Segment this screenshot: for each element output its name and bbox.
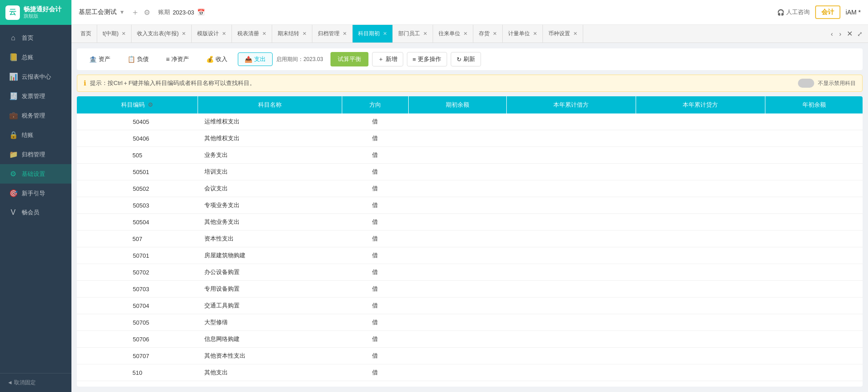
- tab-close-icon[interactable]: ✕: [343, 31, 347, 37]
- tab-close-icon[interactable]: ✕: [423, 31, 427, 37]
- tab-close-icon[interactable]: ✕: [463, 31, 467, 37]
- org-selector[interactable]: 基层工会测试 ▼: [79, 8, 125, 16]
- tab-currency[interactable]: 币种设置✕: [543, 25, 583, 43]
- table-row[interactable]: 50707 其他资本性支出 借: [77, 348, 863, 364]
- tab-scroll-left[interactable]: ‹: [828, 28, 836, 39]
- balance-button[interactable]: 试算平衡: [330, 52, 368, 66]
- calendar-icon: 📅: [197, 9, 205, 16]
- close-all-tabs-button[interactable]: ✕: [845, 28, 854, 40]
- tab-period[interactable]: t(中期)✕: [97, 25, 132, 43]
- period-selector[interactable]: 账期 2023-03 📅: [158, 8, 205, 16]
- tab-tax[interactable]: 税表清册✕: [232, 25, 272, 43]
- cell-direction: 借: [342, 331, 408, 348]
- refresh-button[interactable]: ↻ 刷新: [451, 52, 481, 66]
- accounts-table-wrap[interactable]: 科目编码 ⚙ 科目名称 方向 期初余额 本年累计借方 本年累计贷方 年初余额 5…: [77, 96, 863, 387]
- cell-ytd-credit: [636, 197, 765, 214]
- close-icon: 🔒: [9, 131, 17, 139]
- support-button[interactable]: 🎧 人工咨询: [777, 8, 810, 16]
- cell-name: 办公设备购置: [198, 264, 342, 281]
- table-row[interactable]: 507 资本性支出 借: [77, 231, 863, 247]
- invoice-icon: 🧾: [9, 92, 17, 100]
- sidebar-item-archive[interactable]: 📁归档管理: [0, 145, 71, 164]
- sidebar-item-ledger[interactable]: 📒总账: [0, 47, 71, 67]
- table-row[interactable]: 50701 房屋建筑物购建 借: [77, 247, 863, 264]
- cell-year-open: [765, 231, 863, 247]
- sidebar-item-label: 税务管理: [22, 112, 45, 120]
- table-row[interactable]: 50704 交通工具购置 借: [77, 298, 863, 314]
- tab-close-icon[interactable]: ✕: [262, 31, 266, 37]
- cell-opening: [408, 130, 506, 147]
- tab-measure[interactable]: 计量单位✕: [503, 25, 543, 43]
- table-row[interactable]: 50501 培训支出 借: [77, 164, 863, 180]
- logo-icon: 云: [5, 5, 20, 20]
- add-button[interactable]: ＋ + 新增 新增: [372, 52, 403, 66]
- filter-tab-asset[interactable]: 🏦资产: [82, 52, 117, 66]
- col-code-settings-icon[interactable]: ⚙: [148, 101, 153, 108]
- tab-close-icon[interactable]: ✕: [383, 31, 387, 37]
- table-row[interactable]: 50503 专项业务支出 借: [77, 197, 863, 214]
- tab-close-icon[interactable]: ✕: [122, 31, 126, 37]
- table-row[interactable]: 50406 其他维权支出 借: [77, 130, 863, 147]
- sidebar-item-member[interactable]: V畅会员: [0, 203, 71, 222]
- tab-yearend[interactable]: 期末结转✕: [272, 25, 312, 43]
- cell-direction: 借: [342, 180, 408, 197]
- table-row[interactable]: 50405 运维维权支出 借: [77, 113, 863, 130]
- table-row[interactable]: 510 其他支出 借: [77, 364, 863, 381]
- table-row[interactable]: 50705 大型修缮 借: [77, 314, 863, 331]
- table-row[interactable]: 50702 办公设备购置 借: [77, 264, 863, 281]
- tab-close-icon[interactable]: ✕: [302, 31, 307, 37]
- sidebar-item-tax[interactable]: 💼税务管理: [0, 106, 71, 125]
- tab-close-icon[interactable]: ✕: [222, 31, 226, 37]
- tab-close-icon[interactable]: ✕: [493, 31, 497, 37]
- sidebar-item-close[interactable]: 🔒结账: [0, 125, 71, 145]
- accountant-button[interactable]: 会计: [815, 5, 840, 19]
- filter-tab-expenditure[interactable]: 📤支出: [238, 52, 273, 66]
- tab-template[interactable]: 模版设计✕: [192, 25, 232, 43]
- tab-unit[interactable]: 往来单位✕: [433, 25, 473, 43]
- more-button[interactable]: ≡ 更多操作: [407, 52, 448, 66]
- tab-scroll-right[interactable]: ›: [836, 28, 844, 39]
- sidebar-item-home[interactable]: ⌂首页: [0, 28, 71, 47]
- filter-tab-label: 支出: [254, 55, 266, 63]
- tab-inventory[interactable]: 存货✕: [473, 25, 503, 43]
- tab-close-icon[interactable]: ✕: [573, 31, 577, 37]
- filter-tab-net_asset[interactable]: ≡净资产: [159, 52, 196, 66]
- sidebar-item-invoice[interactable]: 🧾发票管理: [0, 86, 71, 106]
- tab-dept[interactable]: 部门员工✕: [393, 25, 433, 43]
- add-org-button[interactable]: ＋: [131, 7, 139, 18]
- cell-direction: 借: [342, 264, 408, 281]
- filter-tab-income[interactable]: 💰收入: [199, 52, 234, 66]
- tab-income[interactable]: 收入支出表(年报)✕: [132, 25, 192, 43]
- expand-button[interactable]: ⤢: [855, 28, 864, 39]
- tab-close-icon[interactable]: ✕: [182, 31, 186, 37]
- filter-tab-liability[interactable]: 📋负债: [121, 52, 156, 66]
- table-row[interactable]: 50504 其他业务支出 借: [77, 214, 863, 231]
- cell-code: 50707: [77, 348, 198, 364]
- sidebar-item-label: 结账: [22, 131, 33, 139]
- tab-archive[interactable]: 归档管理✕: [312, 25, 353, 43]
- disable-toggle[interactable]: [798, 79, 814, 88]
- table-row[interactable]: 50502 会议支出 借: [77, 180, 863, 197]
- col-ytd-credit: 本年累计贷方: [636, 96, 765, 113]
- app-logo: 云 畅捷通好会计 旗舰版: [0, 0, 71, 25]
- sidebar-item-settings[interactable]: ⚙基础设置: [0, 164, 71, 184]
- sidebar-footer-toggle[interactable]: ◄ 取消固定: [0, 373, 71, 392]
- tab-label: 模版设计: [197, 30, 219, 38]
- filter-tab-label: 负债: [137, 55, 149, 63]
- table-row[interactable]: 50703 专用设备购置 借: [77, 281, 863, 298]
- tab-close-icon[interactable]: ✕: [533, 31, 537, 37]
- tab-label: 首页: [80, 30, 91, 38]
- cell-ytd-debit: [506, 331, 636, 348]
- cell-direction: 借: [342, 298, 408, 314]
- sidebar-item-label: 归档管理: [22, 151, 45, 159]
- sidebar-item-guide[interactable]: 🎯新手引导: [0, 184, 71, 203]
- tab-period_init[interactable]: 科目期初✕: [353, 25, 393, 43]
- settings-icon[interactable]: ⚙: [144, 8, 150, 17]
- tab-label: 收入支出表(年报): [137, 30, 179, 38]
- sidebar-item-report[interactable]: 📊云报表中心: [0, 67, 71, 86]
- tab-home[interactable]: 首页: [75, 25, 97, 43]
- table-row[interactable]: 50706 信息网络购建 借: [77, 331, 863, 348]
- plus-icon: ＋: [378, 55, 384, 63]
- cell-opening: [408, 348, 506, 364]
- table-row[interactable]: 505 业务支出 借: [77, 147, 863, 164]
